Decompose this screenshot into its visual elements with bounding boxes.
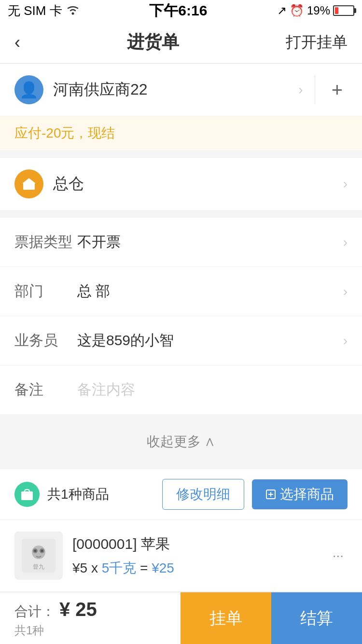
product-price: ¥5 x 5千克 = ¥25 <box>72 559 329 577</box>
product-count: 共1种商品 <box>47 485 162 504</box>
equals: = <box>140 560 152 575</box>
collapse-label: 收起更多 ∧ <box>147 434 216 449</box>
supplier-row[interactable]: 👤 河南供应商22 › + <box>0 64 362 116</box>
form-card: 票据类型 不开票 › 部门 总 部 › 业务员 这是859的小智 › 备注 备注… <box>0 218 362 414</box>
carrier-text: 无 SIM 卡 <box>8 2 62 19</box>
location-icon: ↗ <box>277 4 287 17</box>
remark-row[interactable]: 备注 备注内容 <box>0 365 362 414</box>
total-label: 合计： <box>14 604 55 619</box>
alarm-icon: ⏰ <box>290 4 304 17</box>
settle-button[interactable]: 结算 <box>271 592 362 644</box>
product-item: 督九 [0000001] 苹果 ¥5 x 5千克 = ¥25 ··· <box>0 519 362 591</box>
remark-input[interactable]: 备注内容 <box>77 380 348 400</box>
status-right: ↗ ⏰ 19% <box>277 4 354 17</box>
more-options-button[interactable]: ··· <box>329 544 348 567</box>
svg-point-0 <box>71 12 74 14</box>
invoice-value: 不开票 <box>77 232 343 252</box>
svg-rect-4 <box>21 491 33 500</box>
products-header: 共1种商品 修改明细 选择商品 <box>0 469 362 519</box>
page-title: 进货单 <box>127 30 179 54</box>
supplier-card: 👤 河南供应商22 › + 应付-20元，现结 <box>0 64 362 150</box>
product-name: [0000001] 苹果 <box>72 534 329 554</box>
status-left: 无 SIM 卡 <box>8 2 80 19</box>
nav-bar: ‹ 进货单 打开挂单 <box>0 21 362 64</box>
back-button[interactable]: ‹ <box>14 32 20 53</box>
product-info: [0000001] 苹果 ¥5 x 5千克 = ¥25 <box>72 534 329 577</box>
open-hold-button[interactable]: 打开挂单 <box>286 32 348 53</box>
content: 👤 河南供应商22 › + 应付-20元，现结 总仓 › <box>0 64 362 644</box>
time-display: 下午6:16 <box>149 1 207 21</box>
hold-button[interactable]: 挂单 <box>181 592 271 644</box>
total-amount: ¥ 25 <box>59 599 97 620</box>
battery-icon <box>333 5 354 16</box>
invoice-label: 票据类型 <box>14 232 77 252</box>
product-title: 苹果 <box>141 536 170 552</box>
collapse-bar[interactable]: 收起更多 ∧ <box>0 422 362 462</box>
quantity: 5千克 <box>102 560 137 575</box>
svg-marker-2 <box>22 178 36 183</box>
products-section: 共1种商品 修改明细 选择商品 <box>0 469 362 591</box>
warehouse-card: 总仓 › <box>0 158 362 210</box>
invoice-type-row[interactable]: 票据类型 不开票 › <box>0 218 362 266</box>
product-icon <box>14 482 40 507</box>
select-product-label: 选择商品 <box>280 485 334 504</box>
wifi-icon <box>66 3 80 18</box>
total-section: 合计： ¥ 25 共1种 <box>0 599 181 638</box>
bottom-bar: 合计： ¥ 25 共1种 挂单 结算 <box>0 592 362 644</box>
svg-point-12 <box>34 550 37 552</box>
product-thumbnail: 督九 <box>14 532 63 580</box>
warehouse-label: 总仓 <box>53 173 343 195</box>
supplier-avatar: 👤 <box>14 75 43 104</box>
warehouse-chevron-icon: › <box>343 176 348 192</box>
dept-chevron-icon: › <box>343 284 348 299</box>
notice-text: 应付-20元，现结 <box>14 126 115 140</box>
dept-label: 部门 <box>14 281 77 301</box>
remark-label: 备注 <box>14 380 77 400</box>
supplier-chevron-icon: › <box>298 82 303 98</box>
battery-percent: 19% <box>307 4 330 17</box>
product-id: [0000001] <box>72 536 141 552</box>
total-count: 共1种 <box>14 623 166 638</box>
sales-label: 业务员 <box>14 331 77 350</box>
dept-value: 总 部 <box>77 281 343 301</box>
notice-bar: 应付-20元，现结 <box>0 116 362 150</box>
sales-chevron-icon: › <box>343 333 348 349</box>
supplier-name: 河南供应商22 <box>53 79 298 100</box>
svg-text:督九: 督九 <box>33 563 44 570</box>
svg-rect-3 <box>27 186 31 190</box>
svg-point-13 <box>41 550 43 552</box>
supplier-divider <box>315 75 315 104</box>
edit-detail-button[interactable]: 修改明细 <box>162 479 244 510</box>
subtotal: ¥25 <box>152 560 174 575</box>
sales-value: 这是859的小智 <box>77 331 343 350</box>
warehouse-row[interactable]: 总仓 › <box>0 158 362 210</box>
warehouse-icon <box>14 169 43 198</box>
avatar-icon: 👤 <box>19 81 39 99</box>
dept-row[interactable]: 部门 总 部 › <box>0 266 362 316</box>
invoice-chevron-icon: › <box>343 235 348 250</box>
add-supplier-button[interactable]: + <box>327 79 348 101</box>
unit-price: ¥5 x <box>72 560 102 575</box>
select-product-button[interactable]: 选择商品 <box>252 479 348 509</box>
status-bar: 无 SIM 卡 下午6:16 ↗ ⏰ 19% <box>0 0 362 21</box>
sales-row[interactable]: 业务员 这是859的小智 › <box>0 316 362 365</box>
